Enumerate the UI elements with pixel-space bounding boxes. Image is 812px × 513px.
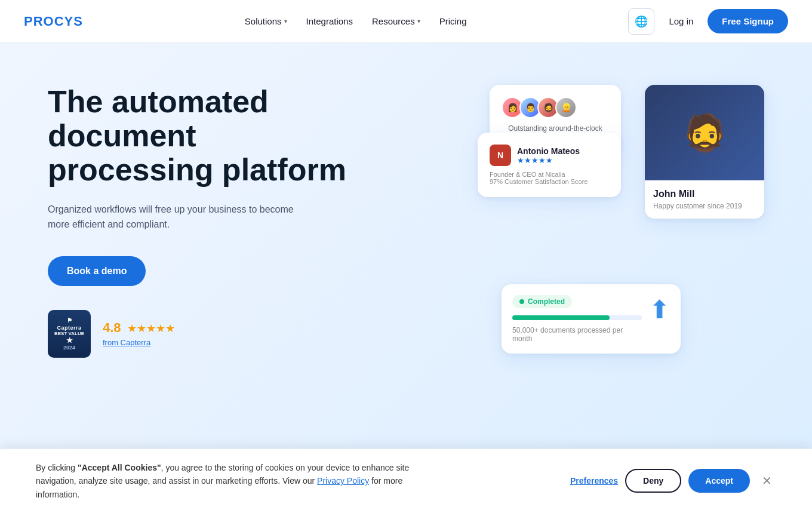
completed-card: Completed 50,000+ documents processed pe…	[502, 284, 681, 354]
privacy-policy-link[interactable]: Privacy Policy	[317, 476, 369, 486]
john-subtitle: Happy customer since 2019	[653, 202, 756, 210]
avatar: 👱	[555, 97, 577, 118]
nav-right: 🌐 Log in Free Signup	[628, 8, 788, 35]
book-demo-button[interactable]: Book a demo	[48, 256, 146, 286]
completed-stat: 50,000+ documents processed per month	[512, 326, 642, 343]
testimonial-stars: ★★★★★	[517, 156, 580, 165]
chevron-down-icon: ▾	[284, 18, 287, 24]
testimonial-name: Antonio Mateos	[517, 146, 580, 156]
hero-left: The automated document processing platfo…	[48, 85, 358, 358]
hero-section: The automated document processing platfo…	[0, 43, 812, 461]
capterra-link[interactable]: from Capterra	[103, 338, 175, 347]
testimonial-logo: N	[490, 145, 511, 166]
star-icons: ★★★★★	[127, 322, 175, 334]
support-avatars: 👩 👨 🧔 👱	[502, 97, 609, 118]
status-dot	[519, 299, 524, 304]
testimonial-card: N Antonio Mateos ★★★★★ Founder & CEO at …	[478, 133, 621, 197]
rating-number: 4.8	[103, 320, 121, 335]
login-button[interactable]: Log in	[662, 11, 700, 31]
testimonial-score: 97% Customer Satisfaction Score	[490, 178, 609, 185]
john-name: John Mill	[653, 189, 756, 199]
navigation: PROCYS Solutions ▾ Integrations Resource…	[0, 0, 812, 43]
signup-button[interactable]: Free Signup	[708, 9, 788, 33]
capterra-section: ⚑ Capterra BEST VALUE ★ 2024 4.8 ★★★★★ f…	[48, 310, 358, 358]
progress-fill	[512, 315, 610, 320]
testimonial-header: N Antonio Mateos ★★★★★	[490, 145, 609, 166]
capterra-badge: ⚑ Capterra BEST VALUE ★ 2024	[48, 310, 91, 358]
john-info: John Mill Happy customer since 2019	[645, 180, 764, 219]
completed-badge: Completed	[512, 295, 572, 308]
cookie-banner: By clicking "Accept All Cookies", you ag…	[0, 449, 812, 509]
nav-center: Solutions ▾ Integrations Resources ▾ Pri…	[245, 16, 467, 26]
nav-solutions[interactable]: Solutions ▾	[245, 16, 287, 26]
close-button[interactable]: ✕	[757, 471, 776, 490]
progress-bar	[512, 315, 642, 320]
cookie-text: By clicking "Accept All Cookies", you ag…	[36, 461, 442, 501]
hero-cards: 👩 👨 🧔 👱 Outstanding around-the-clock sup…	[454, 85, 764, 371]
hero-title: The automated document processing platfo…	[48, 85, 358, 188]
logo[interactable]: PROCYS	[24, 14, 83, 29]
rating-section: 4.8 ★★★★★ from Capterra	[103, 320, 175, 347]
accept-button[interactable]: Accept	[688, 469, 750, 493]
preferences-button[interactable]: Preferences	[570, 476, 618, 486]
upload-icon: ⬆	[649, 295, 670, 324]
nav-resources[interactable]: Resources ▾	[372, 16, 420, 26]
nav-integrations[interactable]: Integrations	[306, 16, 353, 26]
hero-subtitle: Organized workflows will free up your bu…	[48, 202, 316, 232]
cookie-actions: Preferences Deny Accept ✕	[570, 469, 776, 493]
chevron-down-icon: ▾	[417, 18, 420, 24]
john-photo: 🧔	[645, 85, 764, 180]
testimonial-role: Founder & CEO at Nicalia	[490, 171, 609, 178]
language-button[interactable]: 🌐	[628, 8, 654, 35]
nav-pricing[interactable]: Pricing	[439, 16, 467, 26]
john-card: 🧔 John Mill Happy customer since 2019	[645, 85, 764, 219]
deny-button[interactable]: Deny	[625, 469, 681, 493]
